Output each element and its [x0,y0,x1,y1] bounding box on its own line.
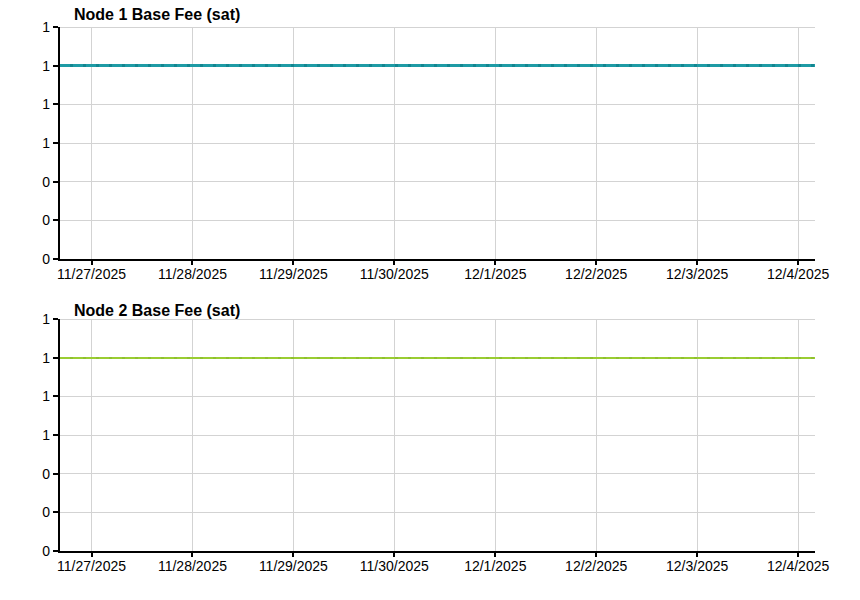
y-axis-tick [53,26,58,28]
y-tick-label: 0 [0,174,50,190]
y-tick-label: 0 [0,212,50,228]
y-tick-label: 0 [0,466,50,482]
series-line-1 [60,64,815,67]
v-gridline [192,27,193,259]
y-tick-label: 0 [0,543,50,559]
v-gridline [697,27,698,259]
y-tick-label: 1 [0,350,50,366]
h-gridline [60,104,815,105]
x-axis-tick [797,261,799,265]
y-tick-label: 1 [0,135,50,151]
x-axis-tick [292,261,294,265]
v-gridline [495,319,496,551]
v-gridline [596,27,597,259]
v-gridline [394,27,395,259]
y-axis-tick [53,550,58,552]
y-tick-label: 1 [0,311,50,327]
x-axis-tick [494,553,496,557]
v-gridline [192,319,193,551]
y-axis-tick [53,142,58,144]
h-gridline [60,319,815,320]
h-gridline [60,512,815,513]
y-axis-tick [53,395,58,397]
x-axis-tick [696,261,698,265]
x-axis-tick [91,553,93,557]
x-axis-tick [696,553,698,557]
y-axis-tick [53,434,58,436]
y-tick-label: 1 [0,58,50,74]
x-tick-label: 12/4/2025 [738,558,858,574]
y-axis-tick [53,219,58,221]
x-axis-tick [797,553,799,557]
y-tick-label: 0 [0,504,50,520]
v-gridline [91,27,92,259]
y-axis-tick [53,511,58,513]
x-axis-tick [191,261,193,265]
v-gridline [91,319,92,551]
h-gridline [60,435,815,436]
x-axis-tick [595,261,597,265]
x-axis-tick [191,553,193,557]
y-axis-tick [53,318,58,320]
y-axis-tick [53,103,58,105]
plot-area [58,319,815,553]
x-axis-tick [393,553,395,557]
plot-area [58,27,815,261]
y-tick-label: 1 [0,388,50,404]
h-gridline [60,181,815,182]
y-axis-tick [53,357,58,359]
chart-title-node-1: Node 1 Base Fee (sat) [74,5,240,24]
y-tick-label: 1 [0,427,50,443]
v-gridline [293,27,294,259]
y-axis-tick [53,181,58,183]
x-axis-tick [494,261,496,265]
chart-title-node-2: Node 2 Base Fee (sat) [74,301,240,320]
h-gridline [60,143,815,144]
x-axis-tick [91,261,93,265]
x-tick-label: 12/4/2025 [738,266,858,282]
v-gridline [798,319,799,551]
base-fee-chart-node-1: Node 1 Base Fee (sat) 111100011/27/20251… [0,0,860,291]
h-gridline [60,220,815,221]
v-gridline [697,319,698,551]
v-gridline [495,27,496,259]
y-axis-tick [53,258,58,260]
h-gridline [60,473,815,474]
series-line-2 [60,357,815,359]
v-gridline [293,319,294,551]
x-axis-tick [393,261,395,265]
v-gridline [394,319,395,551]
y-tick-label: 1 [0,96,50,112]
base-fee-chart-node-2: Node 2 Base Fee (sat) 111100011/27/20251… [0,291,860,582]
y-tick-label: 0 [0,251,50,267]
y-axis-tick [53,473,58,475]
y-axis-tick [53,65,58,67]
v-gridline [798,27,799,259]
h-gridline [60,27,815,28]
y-tick-label: 1 [0,19,50,35]
x-axis-tick [292,553,294,557]
h-gridline [60,396,815,397]
x-axis-tick [595,553,597,557]
v-gridline [596,319,597,551]
chart-page: Node 1 Base Fee (sat) 111100011/27/20251… [0,0,860,600]
